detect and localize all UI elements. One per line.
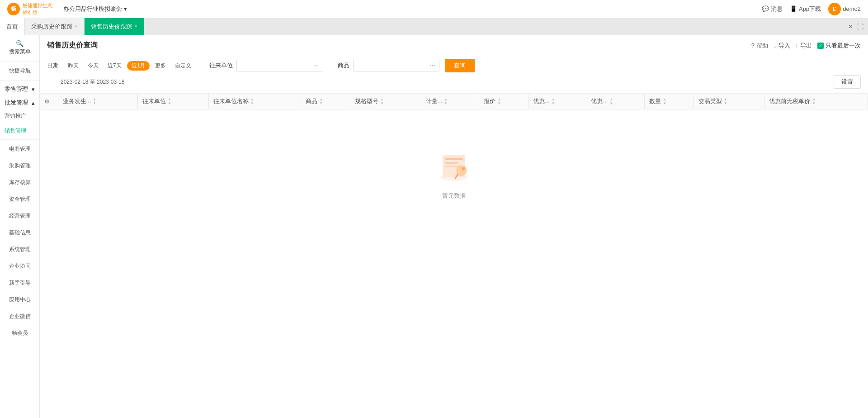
th-spec[interactable]: 规格型号 ▲ ▼: [350, 94, 421, 109]
th-biz-date[interactable]: 业务发生... ▲ ▼: [58, 94, 138, 109]
user-avatar-button[interactable]: D demo2: [828, 3, 861, 15]
th-quantity[interactable]: 数量 ▲ ▼: [645, 94, 694, 109]
top-bar: 畅 畅捷通好生意 标准版 办公用品行业模拟账套 ▾ 💬 消息 📱 App下载 D…: [0, 0, 868, 18]
search-icon: 🔍: [16, 40, 24, 47]
sidebar-item-system[interactable]: 系统管理: [0, 241, 39, 258]
sidebar-section-wholesale[interactable]: 批发管理 ▴: [0, 95, 39, 109]
fullscreen-icon[interactable]: ⛶: [857, 23, 863, 30]
sidebar-item-shortcut[interactable]: 快捷导航: [0, 62, 39, 79]
only-last-checkbox[interactable]: [817, 43, 824, 49]
export-label: 导出: [800, 42, 812, 50]
counterparty-input[interactable]: ···: [236, 60, 323, 71]
data-table: ⚙ 业务发生... ▲ ▼: [40, 94, 868, 109]
only-last-checkbox-label[interactable]: 只看最后一次: [817, 42, 861, 50]
tab-sales-history[interactable]: 销售历史价跟踪 ×: [85, 18, 144, 35]
app-selector[interactable]: 办公用品行业模拟账套 ▾: [63, 5, 127, 13]
th-unit[interactable]: 计量... ▲ ▼: [421, 94, 479, 109]
date-btn-1month[interactable]: 近1月: [127, 61, 150, 71]
sidebar-item-basic-info[interactable]: 基础信息: [0, 224, 39, 241]
content-area: 销售历史价查询 ? 帮助 ↓ 导入 ↑ 导出: [40, 35, 868, 418]
help-label: 帮助: [756, 42, 768, 50]
settings-button[interactable]: 设置: [834, 75, 861, 89]
sort-biz-date[interactable]: ▲ ▼: [93, 98, 96, 105]
th-discount1[interactable]: 优惠... ▲ ▼: [528, 94, 586, 109]
message-button[interactable]: 💬 消息: [762, 5, 783, 13]
help-button[interactable]: ? 帮助: [751, 42, 768, 50]
sidebar-item-operations[interactable]: 经营管理: [0, 208, 39, 224]
tab-purchase-history[interactable]: 采购历史价跟踪 ×: [25, 18, 85, 35]
date-btn-custom[interactable]: 自定义: [171, 61, 195, 71]
sort-counterparty-name[interactable]: ▲ ▼: [250, 98, 254, 105]
th-discount2[interactable]: 优惠... ▲ ▼: [586, 94, 645, 109]
sort-quote[interactable]: ▲ ▼: [497, 98, 501, 105]
date-btn-7days[interactable]: 近7天: [104, 61, 125, 71]
import-label: 导入: [778, 42, 790, 50]
counterparty-label: 往来单位: [209, 62, 233, 70]
sidebar-item-finance[interactable]: 资金管理: [0, 191, 39, 208]
app-download-button[interactable]: 📱 App下载: [790, 5, 821, 13]
username-label: demo2: [843, 5, 861, 12]
th-pre-tax-price[interactable]: 优惠前无税单价 ▲ ▼: [764, 94, 868, 109]
goods-label: 商品: [338, 62, 349, 70]
goods-picker-icon[interactable]: ···: [429, 62, 435, 70]
th-counterparty-name[interactable]: 往来单位名称 ▲ ▼: [208, 94, 301, 109]
th-quote[interactable]: 报价 ▲ ▼: [479, 94, 528, 109]
goods-filter-group: 商品 ···: [338, 60, 439, 71]
import-button[interactable]: ↓ 导入: [774, 42, 790, 50]
counterparty-filter-group: 往来单位 ···: [209, 60, 323, 71]
export-icon: ↑: [796, 42, 799, 49]
sort-quantity[interactable]: ▲ ▼: [663, 98, 666, 105]
goods-text-input[interactable]: [357, 62, 429, 69]
sort-counterparty-code[interactable]: ▲ ▼: [168, 98, 171, 105]
sort-discount2[interactable]: ▲ ▼: [609, 98, 613, 105]
sidebar-item-search[interactable]: 🔍 搜索菜单: [0, 35, 39, 60]
table-header: ⚙ 业务发生... ▲ ▼: [40, 94, 868, 109]
sidebar-item-tutorial[interactable]: 新手引导: [0, 275, 39, 291]
sidebar-item-enterprise[interactable]: 企业协同: [0, 258, 39, 275]
sort-unit[interactable]: ▲ ▼: [444, 98, 448, 105]
close-window-icon[interactable]: ×: [849, 23, 853, 31]
goods-input[interactable]: ···: [353, 60, 439, 71]
retail-label: 零售管理: [5, 85, 28, 93]
empty-text: 暂元数据: [442, 192, 466, 200]
sales-history-label: 销售历史价跟踪: [91, 23, 132, 31]
sort-spec[interactable]: ▲ ▼: [380, 98, 384, 105]
date-btn-yesterday[interactable]: 昨天: [64, 61, 82, 71]
filter-row2: 2023-02-18 至 2023-03-18 设置: [47, 75, 861, 89]
counterparty-picker-icon[interactable]: ···: [313, 62, 319, 70]
sidebar-section-retail[interactable]: 零售管理 ▾: [0, 81, 39, 95]
date-btn-today[interactable]: 今天: [84, 61, 102, 71]
sidebar-item-purchase[interactable]: 采购管理: [0, 157, 39, 174]
date-btn-more[interactable]: 更多: [151, 61, 170, 71]
counterparty-text-input[interactable]: [241, 62, 313, 69]
sidebar-item-wechat[interactable]: 企业微信: [0, 308, 39, 325]
page-content: 销售历史价查询 ? 帮助 ↓ 导入 ↑ 导出: [40, 35, 868, 418]
page-header: 销售历史价查询 ? 帮助 ↓ 导入 ↑ 导出: [40, 35, 868, 54]
shortcut-label: 快捷导航: [9, 67, 31, 75]
export-button[interactable]: ↑ 导出: [796, 42, 812, 50]
sidebar-item-marketing[interactable]: 营销推广: [0, 109, 39, 124]
close-purchase-tab-icon[interactable]: ×: [75, 24, 78, 29]
th-counterparty-code[interactable]: 往来单位 ▲ ▼: [138, 94, 209, 109]
sidebar-item-ecommerce[interactable]: 电商管理: [0, 141, 39, 157]
sidebar-item-sales-mgmt[interactable]: 销售管理: [0, 124, 39, 138]
sort-discount1[interactable]: ▲ ▼: [552, 98, 555, 105]
sidebar-item-app-center[interactable]: 应用中心: [0, 291, 39, 308]
query-button[interactable]: 查询: [445, 59, 475, 72]
th-settings: ⚙: [40, 94, 58, 109]
column-settings-icon[interactable]: ⚙: [44, 98, 50, 105]
sidebar-item-inventory[interactable]: 库存核算: [0, 174, 39, 191]
sort-pre-tax-price[interactable]: ▲ ▼: [812, 98, 816, 105]
logo-text: 畅捷通好生意 标准版: [23, 2, 52, 15]
tab-home[interactable]: 首页: [0, 18, 25, 35]
th-trade-type[interactable]: 交易类型 ▲ ▼: [693, 94, 764, 109]
empty-state: 暂元数据: [40, 109, 868, 236]
filter-row1: 日期 昨天 今天 近7天 近1月 更多 自定义 往来单位 ···: [47, 59, 861, 72]
sort-trade-type[interactable]: ▲ ▼: [724, 98, 727, 105]
sort-goods[interactable]: ▲ ▼: [319, 98, 323, 105]
message-icon: 💬: [762, 5, 769, 12]
th-goods[interactable]: 商品 ▲ ▼: [301, 94, 350, 109]
svg-rect-3: [445, 162, 458, 164]
close-sales-tab-icon[interactable]: ×: [135, 24, 137, 29]
sidebar-item-member[interactable]: 畅会员: [0, 325, 39, 342]
